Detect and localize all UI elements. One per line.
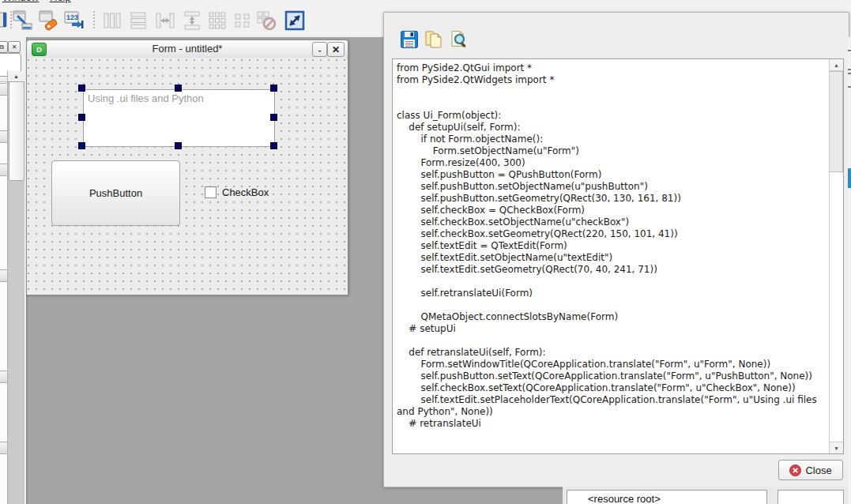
resource-root-item[interactable]: <resource root>	[588, 493, 661, 504]
code-line: self.checkBox.setGeometry(QRect(220, 150…	[397, 228, 826, 240]
scroll-down-icon[interactable]: ▼	[830, 442, 843, 453]
edit-signals-slots-icon	[13, 10, 33, 31]
find-button[interactable]	[448, 29, 470, 50]
copy-button[interactable]	[423, 29, 445, 50]
check-box-indicator[interactable]	[205, 186, 217, 198]
code-vertical-scrollbar[interactable]: ▲ ▼	[829, 59, 843, 453]
selection-handle[interactable]	[78, 142, 85, 149]
text-edit-widget[interactable]: Using .ui files and Python	[83, 89, 275, 147]
widget-list[interactable]	[0, 81, 7, 504]
selection-handle[interactable]	[78, 85, 85, 92]
lay-out-vertically-in-splitter-button[interactable]	[180, 8, 204, 33]
menu-help[interactable]: Help	[50, 0, 71, 3]
scroll-up-icon[interactable]: ▲	[8, 71, 24, 82]
lay-out-horizontally-icon	[102, 10, 122, 31]
code-line: # setupUi	[397, 323, 826, 335]
check-box-label: CheckBox	[222, 186, 269, 198]
code-line: self.checkBox.setText(QCoreApplication.t…	[397, 382, 826, 394]
save-button[interactable]	[398, 29, 420, 50]
save-icon	[400, 30, 419, 49]
code-line: Form.resize(400, 300)	[397, 157, 826, 169]
code-line: self.textEdit.setObjectName(u"textEdit")	[397, 252, 826, 264]
edit-buddies-button[interactable]	[37, 8, 61, 33]
lay-out-horizontally-button[interactable]	[100, 8, 124, 33]
close-button-label: Close	[805, 465, 831, 476]
lay-out-in-a-form-layout-button[interactable]	[231, 8, 254, 33]
adjust-size-icon	[284, 10, 305, 31]
scrollbar-thumb[interactable]	[830, 71, 843, 172]
form-canvas[interactable]: Using .ui files and Python PushButton Ch…	[28, 58, 347, 294]
window-close-button[interactable]: ✕	[327, 42, 345, 57]
code-line: class Ui_Form(object):	[397, 110, 826, 122]
code-line	[397, 86, 826, 98]
list-item[interactable]	[0, 442, 7, 454]
selection-handle[interactable]	[270, 85, 277, 92]
close-icon[interactable]: ✕	[8, 41, 21, 53]
edit-widgets-button[interactable]	[0, 8, 10, 33]
adjust-size-button[interactable]	[283, 8, 307, 33]
text-fragment	[848, 50, 851, 51]
lay-out-in-a-form-layout-icon	[232, 10, 253, 31]
code-line: Form.setWindowTitle(QCoreApplication.tra…	[397, 359, 826, 370]
code-line	[397, 335, 826, 347]
widget-box-scrollbar[interactable]: ▲	[7, 71, 24, 504]
text-fragment	[848, 69, 851, 70]
code-line: QMetaObject.connectSlotsByName(Form)	[397, 311, 826, 323]
code-view[interactable]: from PySide2.QtGui import *from PySide2.…	[392, 58, 844, 454]
code-content: from PySide2.QtGui import *from PySide2.…	[397, 62, 826, 430]
menu-window[interactable]: Window	[2, 0, 39, 3]
text-fragment	[848, 86, 851, 88]
list-item[interactable]	[0, 269, 7, 282]
edit-tab-order-button[interactable]: 123	[62, 8, 86, 33]
code-line	[397, 98, 826, 110]
code-line: self.checkBox.setObjectName(u"checkBox")	[397, 216, 826, 228]
edit-signals-slots-button[interactable]	[11, 8, 35, 33]
code-line: Form.setObjectName(u"Form")	[397, 145, 826, 157]
code-line: self.checkBox = QCheckBox(Form)	[397, 205, 826, 216]
qt-designer-screen: Window Help	[0, 0, 851, 504]
code-line	[397, 299, 826, 311]
selected-row-fragment	[848, 168, 851, 188]
selection-handle[interactable]	[78, 114, 85, 121]
push-button-widget[interactable]: PushButton	[51, 160, 180, 226]
break-layout-button[interactable]	[254, 8, 278, 33]
code-line: self.retranslateUi(Form)	[397, 288, 826, 299]
right-edge-panel	[848, 37, 851, 504]
code-line: self.pushButton = QPushButton(Form)	[397, 169, 826, 181]
check-box-widget[interactable]: CheckBox	[201, 176, 281, 209]
code-viewer-dialog: from PySide2.QtGui import *from PySide2.…	[383, 12, 849, 487]
form-title-bar[interactable]: D Form - untitled* - ✕	[27, 40, 348, 58]
break-layout-icon	[256, 10, 277, 31]
code-line: if not Form.objectName():	[397, 134, 826, 145]
resource-tree[interactable]: <resource root>	[567, 490, 767, 504]
close-icon	[789, 465, 801, 476]
selection-handle[interactable]	[175, 142, 182, 149]
lay-out-vertically-in-splitter-icon	[182, 10, 202, 31]
svg-text:123: 123	[66, 13, 78, 21]
text-fragment	[848, 73, 851, 74]
code-line: self.textEdit.setPlaceholderText(QCoreAp…	[397, 394, 826, 406]
float-icon[interactable]: ⧉	[0, 41, 8, 53]
find-icon	[449, 30, 469, 49]
lay-out-in-a-grid-icon	[207, 10, 228, 31]
dialog-close-button[interactable]: Close	[778, 460, 843, 480]
list-item[interactable]	[0, 164, 7, 176]
lay-out-horizontally-in-splitter-icon	[155, 10, 175, 31]
minimize-button[interactable]: -	[312, 42, 327, 57]
list-item[interactable]	[0, 370, 7, 383]
code-line: self.textEdit = QTextEdit(Form)	[397, 240, 826, 252]
scroll-up-icon[interactable]: ▲	[830, 59, 843, 71]
lay-out-vertically-button[interactable]	[126, 8, 150, 33]
lay-out-in-a-grid-button[interactable]	[205, 8, 229, 33]
lay-out-horizontally-in-splitter-button[interactable]	[153, 8, 177, 33]
code-line: self.pushButton.setGeometry(QRect(30, 13…	[397, 193, 826, 205]
list-item[interactable]	[0, 83, 7, 96]
resource-browser-panel: <resource root>	[563, 486, 851, 504]
resource-preview[interactable]	[778, 490, 844, 504]
edit-widgets-icon	[0, 10, 9, 31]
selection-handle[interactable]	[175, 85, 182, 92]
selection-handle[interactable]	[270, 114, 277, 121]
selection-handle[interactable]	[270, 142, 277, 149]
list-item[interactable]	[0, 130, 7, 143]
scrollbar-thumb[interactable]	[9, 81, 24, 181]
